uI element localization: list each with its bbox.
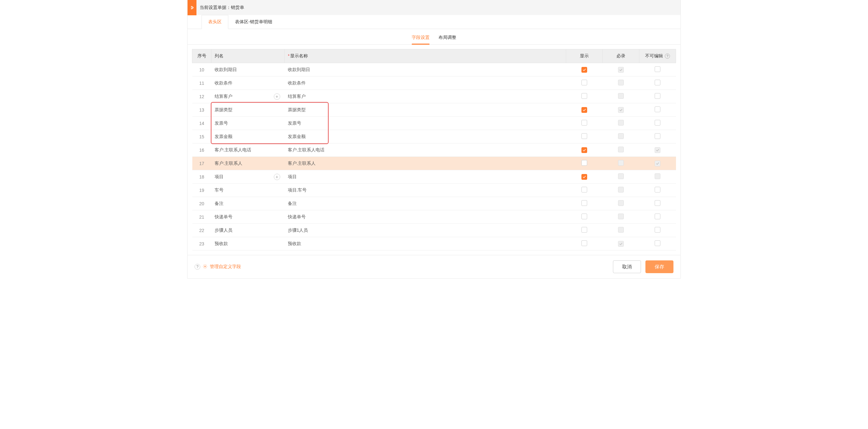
checkbox[interactable] bbox=[582, 160, 587, 166]
row-name: 预收款 bbox=[211, 237, 285, 251]
row-display-name[interactable]: 预收款 bbox=[285, 237, 566, 251]
header-bar: 当前设置单据：销货单 bbox=[188, 0, 680, 15]
cell-required bbox=[603, 77, 640, 90]
row-name: 客户.主联系人电话 bbox=[211, 143, 285, 157]
checkbox[interactable] bbox=[582, 93, 587, 99]
checkbox[interactable] bbox=[582, 120, 587, 125]
sub-tab[interactable]: 布局调整 bbox=[438, 35, 456, 44]
cell-show bbox=[566, 143, 603, 157]
checkbox[interactable] bbox=[655, 187, 660, 193]
row-display-name[interactable]: 客户.主联系人电话 bbox=[285, 143, 566, 157]
cell-required bbox=[603, 90, 640, 103]
checkbox[interactable] bbox=[655, 133, 660, 139]
checkbox[interactable] bbox=[582, 227, 587, 233]
cell-show bbox=[566, 170, 603, 183]
row-display-name[interactable]: 发票号 bbox=[285, 117, 566, 130]
checkbox[interactable] bbox=[582, 107, 587, 113]
row-display-name[interactable]: 快递单号 bbox=[285, 210, 566, 224]
row-display-name[interactable]: 客户.主联系人 bbox=[285, 157, 566, 170]
cell-required bbox=[603, 170, 640, 183]
save-button[interactable]: 保存 bbox=[645, 260, 674, 273]
table-row: 21快递单号快递单号 bbox=[192, 210, 676, 224]
checkbox bbox=[618, 200, 624, 206]
cell-show bbox=[566, 224, 603, 237]
checkbox[interactable] bbox=[582, 187, 587, 193]
field-table-wrap: 序号 列名 *显示名称 显示 必录 不可编辑 ? 10收款到期日收款到期日11收… bbox=[188, 45, 680, 251]
row-display-name[interactable]: 收款条件 bbox=[285, 77, 566, 90]
checkbox[interactable] bbox=[655, 107, 660, 112]
manage-custom-fields-link[interactable]: 管理自定义字段 bbox=[210, 264, 241, 269]
row-display-name[interactable]: 收款到期日 bbox=[285, 63, 566, 77]
row-name: 结算客户+ bbox=[211, 90, 285, 103]
cell-noedit bbox=[640, 143, 676, 157]
checkbox[interactable] bbox=[582, 80, 587, 85]
cell-noedit bbox=[640, 63, 676, 77]
table-row: 15发票金额发票金额 bbox=[192, 130, 676, 143]
expand-sidebar-button[interactable] bbox=[188, 0, 196, 15]
checkbox bbox=[618, 93, 624, 99]
help-icon[interactable]: ? bbox=[665, 54, 670, 59]
table-row: 18项目+项目 bbox=[192, 170, 676, 183]
checkbox[interactable] bbox=[582, 213, 587, 219]
checkbox bbox=[655, 173, 660, 179]
row-display-name[interactable]: 步骤1人员 bbox=[285, 224, 566, 237]
checkbox[interactable] bbox=[582, 67, 587, 73]
sub-tab[interactable]: 字段设置 bbox=[412, 35, 430, 44]
col-header-seq: 序号 bbox=[192, 49, 211, 63]
col-header-show: 显示 bbox=[566, 49, 603, 63]
checkbox[interactable] bbox=[582, 200, 587, 206]
checkbox[interactable] bbox=[582, 147, 587, 153]
plus-icon[interactable]: + bbox=[274, 174, 280, 180]
cell-show bbox=[566, 77, 603, 90]
checkbox bbox=[618, 107, 624, 113]
checkbox[interactable] bbox=[655, 93, 660, 99]
row-display-name[interactable]: 项目 bbox=[285, 170, 566, 183]
checkbox[interactable] bbox=[655, 120, 660, 125]
main-tab[interactable]: 表头区 bbox=[202, 15, 228, 29]
row-name: 车号 bbox=[211, 183, 285, 197]
checkbox[interactable] bbox=[655, 80, 660, 85]
checkbox bbox=[618, 213, 624, 219]
cell-required bbox=[603, 103, 640, 117]
row-display-name[interactable]: 发票金额 bbox=[285, 130, 566, 143]
cell-show bbox=[566, 90, 603, 103]
cell-required bbox=[603, 63, 640, 77]
main-tab[interactable]: 表体区-销货单明细 bbox=[228, 15, 279, 29]
cancel-button[interactable]: 取消 bbox=[613, 260, 641, 273]
checkbox[interactable] bbox=[582, 133, 587, 139]
cell-noedit bbox=[640, 157, 676, 170]
table-row: 23预收款预收款 bbox=[192, 237, 676, 251]
checkbox[interactable] bbox=[582, 240, 587, 246]
cell-show bbox=[566, 157, 603, 170]
table-row: 12结算客户+结算客户 bbox=[192, 90, 676, 103]
cell-show bbox=[566, 63, 603, 77]
cell-show bbox=[566, 197, 603, 210]
checkbox bbox=[618, 133, 624, 139]
row-display-name[interactable]: 项目.车号 bbox=[285, 183, 566, 197]
checkbox bbox=[618, 120, 624, 125]
cell-required bbox=[603, 130, 640, 143]
col-header-required: 必录 bbox=[603, 49, 640, 63]
cell-required bbox=[603, 143, 640, 157]
row-name: 发票金额 bbox=[211, 130, 285, 143]
cell-noedit bbox=[640, 103, 676, 117]
row-name: 快递单号 bbox=[211, 210, 285, 224]
row-name: 票据类型 bbox=[211, 103, 285, 117]
row-seq: 21 bbox=[192, 210, 211, 224]
row-display-name[interactable]: 票据类型 bbox=[285, 103, 566, 117]
checkbox[interactable] bbox=[582, 174, 587, 180]
plus-icon[interactable]: + bbox=[274, 93, 280, 100]
checkbox[interactable] bbox=[655, 213, 660, 219]
checkbox[interactable] bbox=[655, 200, 660, 206]
checkbox[interactable] bbox=[655, 240, 660, 246]
cell-noedit bbox=[640, 90, 676, 103]
row-display-name[interactable]: 备注 bbox=[285, 197, 566, 210]
checkbox bbox=[655, 161, 660, 166]
col-header-display-name: *显示名称 bbox=[285, 49, 566, 63]
row-seq: 22 bbox=[192, 224, 211, 237]
row-display-name[interactable]: 结算客户 bbox=[285, 90, 566, 103]
question-icon[interactable]: ? bbox=[194, 264, 200, 269]
row-seq: 23 bbox=[192, 237, 211, 251]
checkbox[interactable] bbox=[655, 227, 660, 233]
checkbox[interactable] bbox=[655, 66, 660, 72]
